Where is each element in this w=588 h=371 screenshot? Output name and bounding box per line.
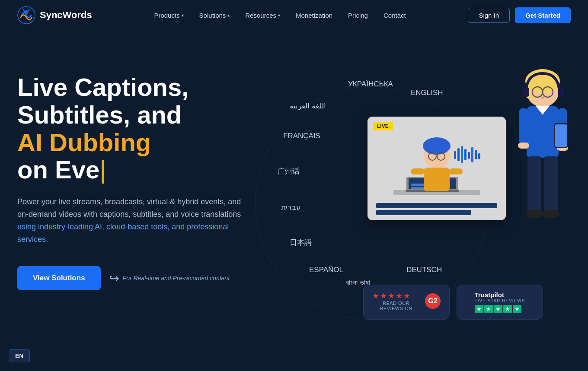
nav-monetization[interactable]: Monetization xyxy=(290,8,339,22)
trustpilot-star-2: ★ xyxy=(484,305,493,313)
chevron-down-icon: ▾ xyxy=(182,13,184,18)
svg-point-45 xyxy=(526,209,543,218)
svg-rect-19 xyxy=(461,146,463,163)
hero-right: УКРАЇНСЬКА ENGLISH اللغة العربية FRANÇAI… xyxy=(277,65,571,350)
cta-note-wrapper: ↩ For Real-time and Pre-recorded content xyxy=(109,271,230,285)
lang-label-hebrew: עברית xyxy=(281,203,301,212)
live-badge: LIVE xyxy=(373,122,393,130)
svg-rect-24 xyxy=(478,153,480,159)
illustration-container: LIVE xyxy=(355,65,571,324)
svg-rect-40 xyxy=(555,124,567,147)
svg-rect-11 xyxy=(424,168,450,191)
logo-icon xyxy=(17,6,35,24)
svg-rect-30 xyxy=(523,87,529,97)
nav-links: Products ▾ Solutions ▾ Resources ▾ Monet… xyxy=(148,8,412,22)
trustpilot-star-5: ★ xyxy=(513,305,521,313)
svg-rect-21 xyxy=(468,152,470,159)
svg-point-46 xyxy=(542,209,559,218)
nav-resources[interactable]: Resources ▾ xyxy=(239,8,286,22)
hero-left: Live Captions, Subtitles, and AI Dubbing… xyxy=(17,65,259,290)
chevron-down-icon: ▾ xyxy=(278,13,280,18)
svg-point-10 xyxy=(423,137,451,155)
svg-rect-44 xyxy=(544,156,558,212)
svg-rect-43 xyxy=(527,156,541,212)
hero-description: Power your live streams, broadcasts, vir… xyxy=(17,196,242,245)
svg-rect-42 xyxy=(518,143,529,149)
hero-title-orange: AI Dubbing xyxy=(17,128,151,156)
standing-person xyxy=(502,65,571,281)
svg-rect-13 xyxy=(449,168,463,174)
trustpilot-logo: Trustpilot xyxy=(475,291,525,298)
navbar: SyncWords Products ▾ Solutions ▾ Resourc… xyxy=(0,0,588,30)
svg-rect-31 xyxy=(558,87,564,97)
hero-title: Live Captions, Subtitles, and AI Dubbing… xyxy=(17,73,259,184)
review-badges: ★★★★★ READ OUR REVIEWS ON G2 Trustpilot xyxy=(363,285,543,320)
svg-point-35 xyxy=(541,96,544,99)
logo-text: SyncWords xyxy=(40,10,92,21)
svg-rect-23 xyxy=(475,150,477,159)
signin-button[interactable]: Sign In xyxy=(468,8,510,23)
svg-rect-20 xyxy=(464,149,467,160)
nav-actions: Sign In Get Started xyxy=(468,7,571,23)
svg-rect-25 xyxy=(376,203,497,208)
g2-review-badge[interactable]: ★★★★★ READ OUR REVIEWS ON G2 xyxy=(363,285,450,320)
g2-stars: ★★★★★ xyxy=(372,291,420,301)
locale-badge[interactable]: EN xyxy=(9,349,30,362)
g2-logo: G2 xyxy=(425,293,441,309)
trustpilot-star-1: ★ xyxy=(475,305,483,313)
nav-contact[interactable]: Contact xyxy=(377,8,412,22)
lang-label-japanese: 日本語 xyxy=(290,238,312,247)
lang-label-arabic: اللغة العربية xyxy=(290,101,326,111)
g2-review-text: READ OUR REVIEWS ON xyxy=(372,301,420,311)
cta-note: For Real-time and Pre-recorded content xyxy=(123,275,230,282)
trustpilot-review-badge[interactable]: Trustpilot FIVE STAR REVIEWS ★ ★ ★ ★ ★ xyxy=(457,285,543,320)
lang-label-french: FRANÇAIS xyxy=(283,132,320,140)
hero-section: Live Captions, Subtitles, and AI Dubbing… xyxy=(0,30,588,371)
svg-rect-12 xyxy=(411,168,425,174)
svg-rect-18 xyxy=(457,148,460,161)
svg-rect-22 xyxy=(471,147,473,162)
trustpilot-name: Trustpilot xyxy=(475,291,504,298)
svg-rect-17 xyxy=(454,151,456,159)
svg-rect-26 xyxy=(376,210,471,215)
live-stream-card: LIVE xyxy=(368,117,506,220)
nav-solutions[interactable]: Solutions ▾ xyxy=(193,8,236,22)
arrow-curve-icon: ↩ xyxy=(109,271,119,285)
trustpilot-sub: FIVE STAR REVIEWS xyxy=(475,298,525,303)
nav-pricing[interactable]: Pricing xyxy=(342,8,374,22)
nav-products[interactable]: Products ▾ xyxy=(148,8,189,22)
lang-label-chinese: 广州话 xyxy=(278,166,300,176)
chevron-down-icon: ▾ xyxy=(227,13,230,18)
lang-label-spanish: ESPAÑOL xyxy=(309,266,343,274)
logo[interactable]: SyncWords xyxy=(17,6,92,24)
view-solutions-button[interactable]: View Solutions xyxy=(17,266,101,290)
trustpilot-star-3: ★ xyxy=(494,305,502,313)
svg-rect-41 xyxy=(519,108,528,145)
person-in-card xyxy=(368,117,506,220)
getstarted-button[interactable]: Get Started xyxy=(515,7,571,23)
trustpilot-star-4: ★ xyxy=(503,305,512,313)
hero-cta-row: View Solutions ↩ For Real-time and Pre-r… xyxy=(17,266,259,290)
